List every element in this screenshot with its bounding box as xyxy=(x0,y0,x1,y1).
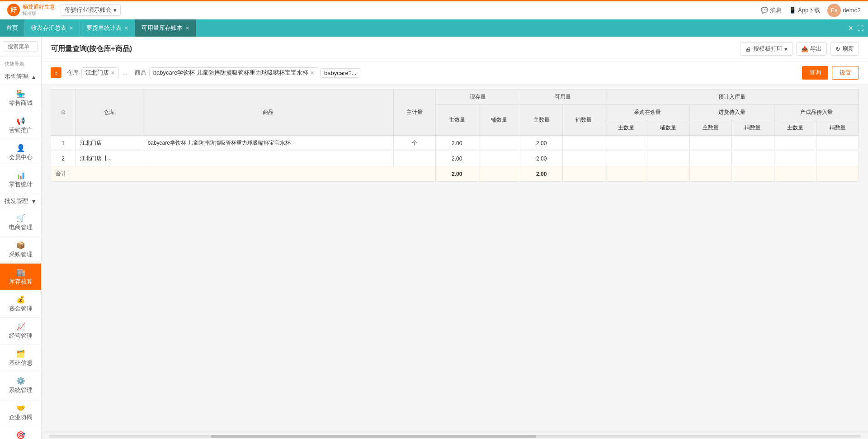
ecommerce-icon: 🛒 xyxy=(16,214,25,222)
table-row: 2 江北门店【... 2.00 2.00 xyxy=(51,151,859,166)
th-unit: 主计量 xyxy=(393,90,436,136)
quick-nav-label: 快捷导航 xyxy=(0,57,41,69)
sidebar-item-inventory-check[interactable]: 🏬 库存核算 xyxy=(0,264,41,291)
sidebar-item-system[interactable]: ⚙️ 系统管理 xyxy=(0,372,41,399)
th-incoming-group: 进货待入量 xyxy=(689,105,774,120)
sidebar-item-batch[interactable]: 批发管理 ▼ xyxy=(0,194,41,209)
industry-selector[interactable]: 母婴行业演示账套 ▾ xyxy=(61,4,121,16)
th-procurement-group: 采购在途量 xyxy=(605,105,689,120)
query-button[interactable]: 查询 xyxy=(802,66,828,80)
sidebar-item-finance[interactable]: 💰 资金管理 xyxy=(0,291,41,318)
sidebar-search xyxy=(0,37,41,57)
cell-product: babycare学饮杯 儿童防摔防撞吸管杯重力球吸嘴杯宝宝水杯 xyxy=(143,136,393,151)
cell-procurement-main xyxy=(605,151,647,166)
horizontal-scrollbar[interactable] xyxy=(42,433,868,439)
cell-incoming-main xyxy=(689,151,732,166)
purchase-icon: 📦 xyxy=(16,241,25,250)
th-production-sub: 辅数量 xyxy=(816,120,859,136)
app-download-button[interactable]: 📱 App下载 xyxy=(789,6,820,14)
message-button[interactable]: 💬 消息 xyxy=(761,6,782,14)
main-layout: 快捷导航 零售管理 ▲ 🏪 零售商城 📢 营销推广 👤 会员中心 📊 零售统计 … xyxy=(0,37,868,439)
cell-warehouse: 江北门店 xyxy=(75,136,143,151)
cell-product xyxy=(143,151,393,166)
settings-button[interactable]: 设置 xyxy=(832,66,859,80)
export-button[interactable]: 📤 导出 xyxy=(796,42,827,56)
tab-close-inventory[interactable]: ✕ xyxy=(185,25,189,31)
tab-receive[interactable]: 收发存汇总表 ✕ xyxy=(25,19,80,37)
top-bar-right: 💬 消息 📱 App下载 Ea demo2 xyxy=(761,4,861,17)
top-bar-left: 好 畅捷通好生意 标准版 母婴行业演示账套 ▾ xyxy=(7,4,121,16)
cell-available-main: 2.00 xyxy=(520,136,563,151)
product-tag-1-close[interactable]: ✕ xyxy=(310,70,314,76)
tab-close-purchase[interactable]: ✕ xyxy=(124,25,128,31)
tab-close-all[interactable]: ✕ xyxy=(848,24,854,32)
th-incoming-main: 主数量 xyxy=(689,120,732,136)
tab-inventory[interactable]: 可用量库存账本 ✕ xyxy=(135,19,196,37)
cell-procurement-sub xyxy=(647,136,690,151)
user-profile[interactable]: Ea demo2 xyxy=(827,4,861,17)
sidebar-item-basics[interactable]: 🗂️ 基础信息 xyxy=(0,345,41,372)
th-procurement-main: 主数量 xyxy=(605,120,647,136)
warehouse-filter: 仓库 江北门店 ✕ ... xyxy=(67,67,129,78)
cell-incoming-sub xyxy=(732,151,774,166)
tab-bar-actions: ✕ ⛶ xyxy=(844,19,868,37)
cell-current-main: 2.00 xyxy=(436,136,478,151)
footer-current-main: 2.00 xyxy=(436,166,478,182)
sidebar-item-purchase[interactable]: 📦 采购管理 xyxy=(0,236,41,264)
sidebar-item-newbie[interactable]: 🎯 新手引导 xyxy=(0,426,41,439)
th-available-group: 可用量 xyxy=(520,90,605,105)
system-icon: ⚙️ xyxy=(16,377,25,385)
th-current-main: 主数量 xyxy=(436,105,478,136)
search-input[interactable] xyxy=(4,41,38,52)
filter-actions: 查询 设置 xyxy=(802,66,859,80)
sidebar-item-member[interactable]: 👤 会员中心 xyxy=(0,139,41,166)
table-area: ⚙ 仓库 商品 主计量 现存量 可用量 预计入库量 主数量 辅数量 主数量 辅数… xyxy=(42,85,868,433)
cell-available-sub xyxy=(563,151,605,166)
product-tags: babycare学饮杯 儿童防摔防撞吸管杯重力球吸嘴杯宝宝水杯 ✕ babyca… xyxy=(149,67,361,78)
refresh-button[interactable]: ↻ 刷新 xyxy=(830,42,859,56)
finance-icon: 💰 xyxy=(16,295,25,304)
download-icon: 📱 xyxy=(789,7,796,14)
sidebar-item-zero-retail[interactable]: 零售管理 ▲ xyxy=(0,69,41,85)
footer-label: 合计 xyxy=(51,166,436,182)
logo-text: 畅捷通好生意 xyxy=(23,4,55,10)
th-planned-group: 预计入库量 xyxy=(605,90,859,105)
th-current-sub: 辅数量 xyxy=(478,105,520,136)
chevron-down-icon: ▾ xyxy=(113,7,117,14)
cell-current-sub xyxy=(478,151,520,166)
tab-home[interactable]: 首页 xyxy=(0,19,25,37)
th-settings[interactable]: ⚙ xyxy=(51,90,75,136)
sidebar-item-operations[interactable]: 📈 经营管理 xyxy=(0,318,41,345)
sidebar-item-retail-stat[interactable]: 📊 零售统计 xyxy=(0,166,41,194)
product-tag-2[interactable]: babycare?... xyxy=(320,68,361,78)
footer-current-sub xyxy=(478,166,520,182)
cell-current-sub xyxy=(478,136,520,151)
cell-current-main: 2.00 xyxy=(436,151,478,166)
print-button[interactable]: 🖨 按模板打印 ▾ xyxy=(741,42,793,56)
tab-purchase[interactable]: 要货单统计表 ✕ xyxy=(80,19,135,37)
settings-icon[interactable]: ⚙ xyxy=(61,109,66,116)
cell-available-main: 2.00 xyxy=(520,151,563,166)
warehouse-more[interactable]: ... xyxy=(121,70,129,76)
th-procurement-sub: 辅数量 xyxy=(647,120,690,136)
sidebar-item-marketing[interactable]: 📢 营销推广 xyxy=(0,112,41,139)
sidebar-item-retail-mall[interactable]: 🏪 零售商城 xyxy=(0,85,41,112)
cell-procurement-sub xyxy=(647,151,690,166)
sidebar: 快捷导航 零售管理 ▲ 🏪 零售商城 📢 营销推广 👤 会员中心 📊 零售统计 … xyxy=(0,37,42,439)
warehouse-tag[interactable]: 江北门店 ✕ xyxy=(81,67,119,78)
filter-bar: » 仓库 江北门店 ✕ ... 商品 babycare学饮杯 儿童防摔防撞吸管杯… xyxy=(42,61,868,85)
sidebar-item-ecommerce[interactable]: 🛒 电商管理 xyxy=(0,209,41,236)
tab-maximize[interactable]: ⛶ xyxy=(857,24,863,32)
product-tag-1[interactable]: babycare学饮杯 儿童防摔防撞吸管杯重力球吸嘴杯宝宝水杯 ✕ xyxy=(149,67,318,78)
export-icon: 📤 xyxy=(801,46,808,52)
message-icon: 💬 xyxy=(761,7,768,14)
newbie-icon: 🎯 xyxy=(16,431,25,439)
enterprise-icon: 🤝 xyxy=(16,404,25,412)
filter-expand-button[interactable]: » xyxy=(51,67,61,78)
sidebar-item-enterprise[interactable]: 🤝 企业协同 xyxy=(0,399,41,426)
scroll-thumb[interactable] xyxy=(211,435,536,438)
marketing-icon: 📢 xyxy=(16,117,25,125)
warehouse-tag-close[interactable]: ✕ xyxy=(111,70,115,76)
tab-close-receive[interactable]: ✕ xyxy=(69,25,73,31)
cell-production-main xyxy=(774,151,816,166)
